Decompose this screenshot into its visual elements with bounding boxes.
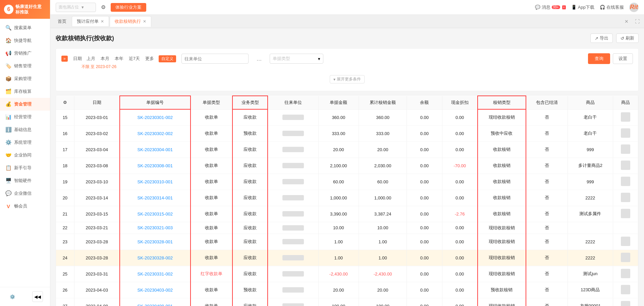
doc-no-link[interactable]: SK-20230328-001 bbox=[138, 239, 173, 244]
doc-no-link[interactable]: SK-20230331-002 bbox=[138, 271, 173, 277]
sidebar-item-label: 畅会员 bbox=[14, 203, 27, 209]
row-doc-no: SK-20230403-002 bbox=[120, 282, 191, 298]
doc-no-link[interactable]: SK-20230328-002 bbox=[138, 255, 173, 260]
table-header-row: ⚙ 日期 单据编号 单据类型 业务类型 往来单位 单据金额 累计核销金额 余额 … bbox=[56, 96, 638, 109]
col-settings[interactable]: ⚙ bbox=[56, 96, 74, 109]
table-row: 15 2023-03-01 SK-20230301-002 收款单 应收款 ██… bbox=[56, 109, 638, 125]
doc-no-link[interactable]: SK-20230403-002 bbox=[138, 288, 173, 293]
tab-receipt-exec-close[interactable]: ✕ bbox=[143, 19, 146, 24]
filter-date-prev-month[interactable]: 上月 bbox=[85, 55, 97, 62]
logo-text: 畅康道好生意 标推版 bbox=[15, 4, 42, 14]
sidebar-item-operations[interactable]: 📊 经营管理 bbox=[0, 111, 50, 123]
sidebar-item-wecom[interactable]: 💬 企业微信 bbox=[0, 187, 50, 200]
row-write-off: 现结收款核销 bbox=[478, 298, 526, 306]
row-balance: 0.00 bbox=[407, 222, 442, 234]
row-amount: 1.00 bbox=[318, 234, 359, 250]
sidebar-item-corp-collab[interactable]: 🤝 企业协同 bbox=[0, 149, 50, 162]
filter-date-this-month[interactable]: 本月 bbox=[99, 55, 111, 62]
marketing-icon: 📢 bbox=[5, 50, 11, 56]
row-doc-type: 收款单 bbox=[191, 174, 232, 190]
doc-no-link[interactable]: SK-20230315-002 bbox=[138, 211, 173, 217]
row-include: 否 bbox=[526, 125, 568, 141]
tab-close-all-btn[interactable]: ✕ bbox=[623, 17, 631, 25]
filter-party-input[interactable] bbox=[181, 54, 249, 64]
filter-more-dots[interactable]: ... bbox=[254, 55, 264, 62]
col-party-header: 往来单位 bbox=[268, 96, 318, 109]
export-btn[interactable]: ↗ 导出 bbox=[590, 34, 613, 43]
row-biz-type: 应收款 bbox=[232, 109, 268, 125]
filter-settings-btn[interactable]: 设置 bbox=[613, 53, 633, 64]
sidebar-item-inventory[interactable]: 🗂️ 库存核算 bbox=[0, 85, 50, 98]
export-icon: ↗ bbox=[595, 36, 598, 41]
message-btn[interactable]: 💬 消息 99+ + bbox=[535, 4, 566, 10]
refresh-btn[interactable]: ↺ 刷新 bbox=[616, 34, 639, 43]
online-service-btn[interactable]: 🎧 在线客服 bbox=[600, 4, 624, 10]
sidebar-item-label: 采购管理 bbox=[14, 76, 32, 82]
sidebar-collapse-btn[interactable]: ◀◀ bbox=[32, 291, 43, 302]
message-icon: 💬 bbox=[535, 5, 540, 10]
sidebar-item-quick-nav[interactable]: 🏠 快捷导航 bbox=[0, 34, 50, 47]
solution-btn[interactable]: 体验行业方案 bbox=[111, 3, 146, 12]
row-party: ███████ bbox=[268, 206, 318, 222]
tab-pre-receipt-close[interactable]: ✕ bbox=[101, 19, 104, 24]
row-date: 2023-03-21 bbox=[74, 222, 120, 234]
row-no: 27 bbox=[56, 298, 74, 306]
row-no: 19 bbox=[56, 174, 74, 190]
row-thumb bbox=[613, 125, 638, 141]
row-biz-type: 应收款 bbox=[232, 174, 268, 190]
doc-no-link[interactable]: SK-20230308-001 bbox=[138, 163, 173, 168]
sidebar-item-basic-info[interactable]: ℹ️ 基础信息 bbox=[0, 123, 50, 136]
filter-date-custom[interactable]: 自定义 bbox=[159, 55, 176, 62]
filter-bar: » 日期 上月 本月 本年 近7天 更多 自定义 ... bbox=[56, 48, 639, 91]
sidebar-item-finance[interactable]: 💰 资金管理 bbox=[0, 98, 50, 111]
doc-no-link[interactable]: SK-20230314-001 bbox=[138, 195, 173, 200]
sidebar-bottom: ⚙️ ◀◀ bbox=[0, 287, 50, 306]
row-no: 18 bbox=[56, 158, 74, 174]
tab-maximize-btn[interactable]: ⛶ bbox=[633, 17, 641, 25]
row-date: 2023-03-02 bbox=[74, 125, 120, 141]
doc-no-link[interactable]: SK-20230304-001 bbox=[138, 147, 173, 152]
doc-no-link[interactable]: SK-20230408-001 bbox=[138, 304, 173, 306]
row-doc-type: 收款单 bbox=[191, 109, 232, 125]
row-doc-type: 收款单 bbox=[191, 206, 232, 222]
filter-doc-type-select[interactable]: 单据类型 ▾ bbox=[270, 54, 323, 64]
filter-date-more[interactable]: 更多 bbox=[143, 55, 156, 62]
row-include: 否 bbox=[526, 158, 568, 174]
sidebar-item-smart-hw[interactable]: 🖥️ 智能硬件 bbox=[0, 174, 50, 187]
sidebar-item-sales[interactable]: 🏷️ 销售管理 bbox=[0, 60, 50, 72]
doc-no-link[interactable]: SK-20230301-002 bbox=[138, 115, 173, 120]
tab-receipt-exec[interactable]: 收款核销执行 ✕ bbox=[110, 16, 151, 27]
sidebar-item-purchase[interactable]: 📦 采购管理 bbox=[0, 72, 50, 85]
filter-expand-btn[interactable]: ▾ 展开更多条件 bbox=[330, 75, 365, 83]
doc-no-link[interactable]: SK-20230302-002 bbox=[138, 131, 173, 136]
row-balance: 0.00 bbox=[407, 234, 442, 250]
breadcrumb-select[interactable]: 面包屑占位 ▾ bbox=[56, 3, 96, 12]
filter-date-this-year[interactable]: 本年 bbox=[113, 55, 125, 62]
sidebar-item-system[interactable]: ⚙️ 系统管理 bbox=[0, 136, 50, 149]
filter-query-btn[interactable]: 查询 bbox=[588, 53, 610, 64]
sidebar-item-guide[interactable]: 📋 新手引导 bbox=[0, 162, 50, 174]
filter-expand-arrow[interactable]: » bbox=[61, 56, 68, 62]
topbar-gear-btn[interactable]: ⚙ bbox=[99, 3, 108, 12]
tab-home[interactable]: 首页 bbox=[53, 16, 71, 27]
sidebar-settings-btn[interactable]: ⚙️ bbox=[7, 291, 18, 302]
sidebar-item-search[interactable]: 🔍 搜索菜单 bbox=[0, 21, 50, 34]
wecom-icon: 💬 bbox=[5, 190, 11, 196]
sidebar-item-label: 营销推广 bbox=[14, 50, 32, 56]
filter-date-7days[interactable]: 近7天 bbox=[127, 55, 142, 62]
row-goods bbox=[568, 222, 613, 234]
doc-no-link[interactable]: SK-20230321-003 bbox=[138, 225, 173, 230]
operations-icon: 📊 bbox=[5, 114, 11, 120]
doc-no-link[interactable]: SK-20230310-001 bbox=[138, 179, 173, 184]
sidebar-item-marketing[interactable]: 📢 营销推广 bbox=[0, 47, 50, 60]
user-avatar[interactable]: Rit bbox=[629, 3, 639, 12]
row-biz-type: 应收款 bbox=[232, 190, 268, 206]
filter-date-buttons: 上月 本月 本年 近7天 更多 bbox=[85, 55, 156, 62]
row-doc-no: SK-20230304-001 bbox=[120, 141, 191, 158]
app-download-btn[interactable]: 📱 App下载 bbox=[571, 4, 594, 10]
sidebar-item-label: 销售管理 bbox=[14, 63, 32, 69]
sidebar-item-vip[interactable]: V 畅会员 bbox=[0, 200, 50, 212]
row-balance: 0.00 bbox=[407, 266, 442, 282]
row-goods: 多计量商品2 bbox=[568, 158, 613, 174]
tab-pre-receipt[interactable]: 预计应付单 ✕ bbox=[72, 16, 109, 27]
